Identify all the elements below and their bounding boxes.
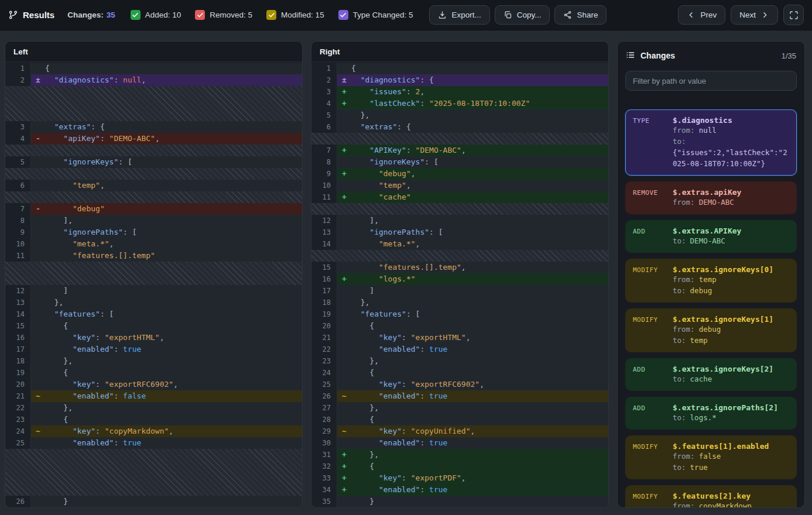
collapsed-region[interactable]	[5, 262, 302, 285]
change-card[interactable]: REMOVE$.extras.apiKeyfrom:DEMO-ABC	[625, 181, 797, 214]
change-card[interactable]: MODIFY$.features[1].enabledfrom:falseto:…	[625, 435, 797, 479]
copy-button[interactable]: Copy...	[495, 5, 550, 25]
diff-sign	[337, 320, 351, 332]
chevron-right-icon	[760, 11, 769, 19]
collapsed-region[interactable]	[5, 449, 302, 496]
card-field-label: from:	[673, 451, 695, 462]
line-number: 14	[311, 238, 337, 250]
change-card[interactable]: ADD$.extras.APIKeyto:DEMO-ABC	[625, 220, 797, 253]
line-number: 26	[311, 390, 337, 402]
diff-sign	[337, 156, 351, 168]
card-head: MODIFY$.features[2].key	[633, 492, 789, 500]
code-line: 33+ "key": "exportPDF",	[311, 472, 608, 484]
change-card[interactable]: ADD$.extras.ignoreKeys[2]to:cache	[625, 358, 797, 391]
card-head: ADD$.extras.ignoreKeys[2]	[633, 365, 789, 373]
diff-sign	[337, 63, 351, 74]
code-text: "APIKey": "DEMO-ABC",	[351, 145, 466, 156]
code-line: 28 {	[311, 414, 608, 425]
line-number: 9	[311, 168, 337, 180]
fullscreen-button[interactable]	[783, 5, 804, 25]
prev-button[interactable]: Prev	[678, 5, 725, 25]
code-text: "key": "exportRFC6902",	[45, 379, 178, 390]
code-line: 29~ "key": "copyUnified",	[311, 425, 608, 437]
code-line: 22 },	[5, 402, 302, 414]
code-line: 31+ },	[311, 449, 608, 461]
code-line: 2± "diagnostics": null,	[5, 74, 302, 86]
filter-toggle[interactable]: Type Changed: 5	[338, 10, 413, 20]
code-line: 15 "features.[].temp",	[311, 262, 608, 273]
filter-toggle[interactable]: Added: 10	[131, 10, 181, 20]
filter-toggle[interactable]: Modified: 15	[266, 10, 324, 20]
card-field: from:null	[673, 125, 789, 136]
line-number: 35	[311, 496, 337, 507]
card-field-value: cache	[690, 373, 712, 384]
code-text: "diagnostics": null,	[45, 74, 146, 86]
change-card[interactable]: MODIFY$.extras.ignoreKeys[0]from:tempto:…	[625, 259, 797, 303]
collapsed-region[interactable]	[311, 250, 608, 262]
collapsed-region[interactable]	[311, 133, 608, 145]
collapsed-region[interactable]	[5, 191, 302, 203]
changes-count: Changes:35	[67, 11, 115, 19]
action-buttons: Export... Copy... Share	[429, 5, 607, 25]
changes-pane: Changes 1/35 TYPE$.diagnosticsfrom:nullt…	[617, 41, 805, 508]
export-button[interactable]: Export...	[429, 5, 489, 25]
collapsed-region[interactable]	[311, 203, 608, 215]
collapsed-region[interactable]	[5, 145, 302, 156]
code-text: },	[351, 402, 379, 414]
code-text: "apiKey": "DEMO-ABC",	[45, 133, 160, 145]
line-number: 27	[311, 402, 337, 414]
code-line: 14 "meta.*",	[311, 238, 608, 250]
next-button-label: Next	[739, 11, 756, 19]
checkbox-checked-icon[interactable]	[195, 10, 205, 20]
diff-sign	[31, 402, 45, 414]
line-number: 3	[5, 121, 31, 133]
card-field: from:DEMO-ABC	[673, 197, 789, 208]
code-text: "key": "exportRFC6902",	[351, 379, 484, 390]
next-button[interactable]: Next	[731, 5, 778, 25]
collapsed-region[interactable]	[5, 86, 302, 121]
checkbox-checked-icon[interactable]	[131, 10, 141, 20]
card-field-value: copyMarkdown	[699, 500, 752, 507]
code-line: 10 "temp",	[311, 180, 608, 191]
change-card[interactable]: MODIFY$.extras.ignoreKeys[1]from:debugto…	[625, 308, 797, 352]
code-line: 32+ {	[311, 461, 608, 472]
line-number: 34	[311, 484, 337, 496]
code-line: 21~ "enabled": false	[5, 390, 302, 402]
code-text: {	[351, 414, 374, 425]
card-field-label: from:	[673, 324, 695, 335]
card-field-value: temp	[699, 274, 717, 285]
line-number: 5	[311, 109, 337, 121]
line-number: 22	[5, 402, 31, 414]
card-field-value: DEMO-ABC	[690, 235, 725, 246]
card-field: to:true	[673, 462, 789, 473]
change-path: $.features[2].key	[673, 492, 751, 500]
checkbox-checked-icon[interactable]	[266, 10, 276, 20]
code-text: },	[351, 355, 379, 367]
toolbar: Results Changes:35 Added: 10Removed: 5Mo…	[0, 0, 812, 30]
diff-sign: +	[337, 98, 351, 109]
card-field-value: true	[690, 462, 708, 473]
collapsed-region[interactable]	[5, 168, 302, 180]
diff-sign	[337, 285, 351, 297]
pagination-controls: Prev Next	[678, 5, 804, 25]
card-field-label: to:	[673, 285, 686, 296]
changes-filter-input[interactable]	[625, 71, 797, 91]
share-button[interactable]: Share	[554, 5, 607, 25]
change-card[interactable]: TYPE$.diagnosticsfrom:nullto:{"issues":2…	[625, 109, 797, 176]
card-field: from:copyMarkdown	[673, 500, 789, 507]
card-field: to:	[673, 136, 789, 147]
line-number: 12	[5, 285, 31, 297]
change-card[interactable]: ADD$.extras.ignorePaths[2]to:logs.*	[625, 397, 797, 430]
change-card[interactable]: MODIFY$.features[2].keyfrom:copyMarkdown	[625, 485, 797, 507]
filter-toggle[interactable]: Removed: 5	[195, 10, 252, 20]
code-line: 19 "features": [	[311, 308, 608, 320]
code-line: 3+ "issues": 2,	[311, 86, 608, 98]
card-field: to:logs.*	[673, 412, 789, 423]
code-text: ]	[45, 285, 68, 297]
code-text: "temp",	[45, 180, 105, 191]
checkbox-checked-icon[interactable]	[338, 10, 348, 20]
card-field-label: from:	[673, 500, 695, 507]
line-number: 20	[311, 320, 337, 332]
code-text: {	[45, 414, 68, 425]
diff-sign	[31, 355, 45, 367]
